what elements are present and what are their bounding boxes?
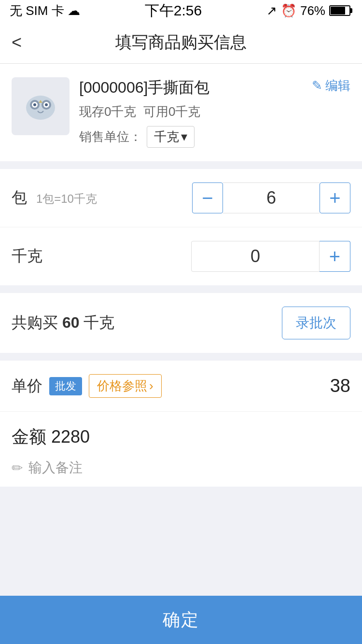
back-button[interactable]: < xyxy=(12,32,22,53)
remark-row[interactable]: ✏ 输入备注 xyxy=(12,459,350,477)
bag-increase-button[interactable]: + xyxy=(320,182,350,213)
kg-qty-control: + xyxy=(191,241,350,272)
bag-qty-control: − + xyxy=(192,182,350,213)
product-unit-row: 销售单位： 千克 ▾ xyxy=(79,126,350,148)
status-time: 下午2:56 xyxy=(145,1,202,21)
price-label: 单价 xyxy=(12,376,42,397)
product-info: [0000006]手撕面包 ✎ 编辑 现存0千克 可用0千克 销售单位： 千克 … xyxy=(79,77,350,148)
price-tag: 批发 xyxy=(49,377,82,395)
location-icon: ↗ xyxy=(266,3,277,18)
status-bar: 无 SIM 卡 ☁ 下午2:56 ↗ ⏰ 76% xyxy=(0,0,362,21)
edit-button[interactable]: ✎ 编辑 xyxy=(312,77,350,94)
total-row: 共购买 60 千克 录批次 xyxy=(0,293,362,353)
price-value: 38 xyxy=(330,376,350,396)
amount-section: 金额 2280 ✏ 输入备注 xyxy=(0,412,362,487)
battery-icon xyxy=(329,5,352,16)
bag-decrease-button[interactable]: − xyxy=(192,182,223,213)
status-right: ↗ ⏰ 76% xyxy=(266,3,352,18)
sim-label: 无 SIM 卡 ☁ xyxy=(10,2,80,19)
batch-button[interactable]: 录批次 xyxy=(282,307,350,339)
kg-increase-button[interactable]: + xyxy=(320,241,350,272)
bag-quantity-input[interactable] xyxy=(223,182,320,213)
alarm-icon: ⏰ xyxy=(281,3,296,18)
price-section: 单价 批发 价格参照 › 38 xyxy=(0,361,362,412)
product-top-row: [0000006]手撕面包 ✎ 编辑 xyxy=(79,77,350,103)
page-title: 填写商品购买信息 xyxy=(115,31,247,54)
product-thumbnail xyxy=(12,77,70,135)
product-stock: 现存0千克 可用0千克 xyxy=(79,103,350,120)
bag-hint: 1包=10千克 xyxy=(36,192,97,205)
remark-placeholder: 输入备注 xyxy=(28,459,83,477)
price-chevron-icon: › xyxy=(149,378,153,393)
unit-select[interactable]: 千克 ▾ xyxy=(147,126,195,148)
pencil-icon: ✏ xyxy=(12,460,23,476)
kg-label: 千克 xyxy=(12,246,191,267)
page-header: < 填写商品购买信息 xyxy=(0,21,362,64)
bag-input-row: 包 1包=10千克 − + xyxy=(0,169,362,227)
edit-icon: ✎ xyxy=(312,78,322,93)
quantity-input-section: 包 1包=10千克 − + 千克 + xyxy=(0,169,362,285)
chevron-down-icon: ▾ xyxy=(181,129,187,144)
product-name: [0000006]手撕面包 xyxy=(79,77,209,98)
kg-input-row: 千克 + xyxy=(0,227,362,285)
battery-pct: 76% xyxy=(300,3,325,18)
product-card: [0000006]手撕面包 ✎ 编辑 现存0千克 可用0千克 销售单位： 千克 … xyxy=(0,64,362,161)
price-row: 单价 批发 价格参照 › 38 xyxy=(12,374,350,398)
svg-point-6 xyxy=(45,103,48,106)
bag-label: 包 1包=10千克 xyxy=(12,187,192,209)
total-text: 共购买 60 千克 xyxy=(12,312,114,334)
kg-quantity-input[interactable] xyxy=(191,241,320,272)
svg-point-5 xyxy=(33,103,36,106)
price-reference-button[interactable]: 价格参照 › xyxy=(89,374,162,398)
status-left: 无 SIM 卡 ☁ xyxy=(10,2,80,19)
confirm-button[interactable]: 确定 xyxy=(0,596,362,644)
amount-row: 金额 2280 xyxy=(12,425,350,449)
svg-point-0 xyxy=(26,96,55,120)
